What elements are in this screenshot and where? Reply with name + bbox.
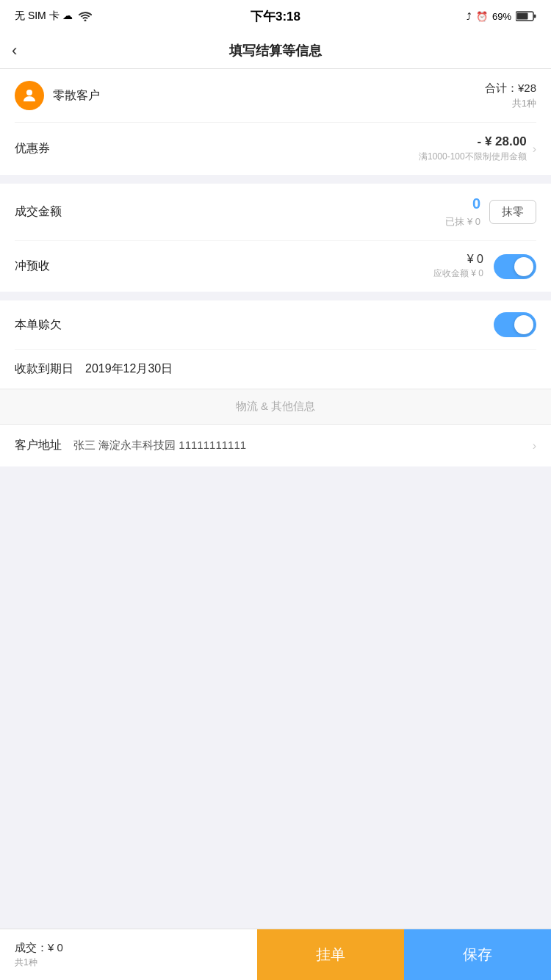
customer-total: 合计：¥28 共1种	[485, 82, 536, 110]
location-icon: ⤴	[467, 11, 472, 22]
spacer	[0, 466, 551, 613]
credit-toggle-knob	[514, 315, 533, 334]
customer-section: 零散客户 合计：¥28 共1种 优惠券 - ¥ 28.00 满1000-100不…	[0, 69, 551, 175]
toggle-knob	[514, 257, 533, 276]
svg-rect-1	[517, 13, 528, 20]
duedate-value: 2019年12月30日	[85, 361, 173, 377]
coupon-desc: 满1000-100不限制使用金额	[419, 151, 527, 163]
pre-amount: ¥ 0	[433, 253, 483, 266]
bottom-bar: 成交：¥ 0 共1种 挂单 保存	[0, 929, 551, 980]
credit-label: 本单赊欠	[15, 317, 62, 333]
alarm-icon: ⏰	[476, 11, 488, 22]
section-divider-1	[0, 175, 551, 184]
bottom-count: 共1种	[15, 956, 242, 969]
bottom-info: 成交：¥ 0 共1种	[0, 941, 257, 969]
customer-row: 零散客户 合计：¥28 共1种	[15, 69, 536, 123]
deal-row: 成交金额 0 已抹 ¥ 0 抹零	[15, 184, 536, 241]
deal-section: 成交金额 0 已抹 ¥ 0 抹零 冲预收 ¥ 0 应收金额 ¥ 0	[0, 184, 551, 292]
customer-name: 零散客户	[53, 88, 100, 104]
deal-right-block: 0 已抹 ¥ 0	[445, 195, 480, 228]
battery-icon	[516, 11, 536, 21]
status-right: ⤴ ⏰ 69%	[467, 11, 536, 22]
ya-mo-label: 已抹 ¥ 0	[445, 215, 480, 228]
credit-toggle[interactable]	[494, 312, 536, 337]
deal-label: 成交金额	[15, 204, 73, 220]
avatar	[15, 81, 44, 110]
credit-section: 本单赊欠 收款到期日 2019年12月30日	[0, 300, 551, 389]
deal-value-block: 0 已抹 ¥ 0 抹零	[445, 195, 536, 228]
pre-receive-right: ¥ 0 应收金额 ¥ 0	[433, 253, 536, 280]
bottom-deal-amount: 成交：¥ 0	[15, 941, 242, 955]
logistics-label: 物流 & 其他信息	[236, 400, 315, 414]
svg-point-3	[26, 90, 32, 96]
status-bar: 无 SIM 卡 ☁ 下午3:18 ⤴ ⏰ 69%	[0, 0, 551, 32]
sim-label: 无 SIM 卡 ☁	[15, 10, 73, 23]
hang-button[interactable]: 挂单	[257, 929, 404, 981]
pre-receive-label: 冲预收	[15, 259, 50, 274]
pre-receive-row: 冲预收 ¥ 0 应收金额 ¥ 0	[15, 241, 536, 292]
pre-sub-label: 应收金额 ¥ 0	[433, 267, 483, 280]
bottom-deal-label: 成交：	[15, 941, 48, 954]
status-left: 无 SIM 卡 ☁	[15, 10, 92, 23]
battery-percent: 69%	[492, 11, 511, 22]
page-title: 填写结算等信息	[229, 42, 322, 60]
nav-bar: ‹ 填写结算等信息	[0, 32, 551, 69]
deal-amount: 0	[472, 195, 480, 212]
svg-rect-2	[534, 15, 536, 18]
total-count: 共1种	[485, 97, 536, 110]
coupon-label: 优惠券	[15, 141, 50, 156]
credit-row: 本单赊欠	[15, 300, 536, 349]
address-value: 张三 海淀永丰科技园 11111111111	[73, 439, 525, 453]
customer-left: 零散客户	[15, 81, 100, 110]
back-button[interactable]: ‹	[12, 41, 17, 60]
hang-button-label: 挂单	[316, 945, 345, 965]
pre-receive-toggle[interactable]	[494, 254, 536, 279]
address-chevron-icon: ›	[533, 439, 536, 453]
section-divider-2	[0, 292, 551, 300]
coupon-chevron-icon: ›	[533, 143, 536, 156]
save-button[interactable]: 保存	[404, 929, 551, 981]
duedate-label: 收款到期日	[15, 361, 73, 377]
coupon-amount: - ¥ 28.00	[419, 134, 527, 149]
logistics-divider: 物流 & 其他信息	[0, 389, 551, 425]
bottom-deal-value: ¥ 0	[48, 941, 63, 954]
coupon-right: - ¥ 28.00 满1000-100不限制使用金额 ›	[419, 134, 536, 163]
pre-amount-block: ¥ 0 应收金额 ¥ 0	[433, 253, 483, 280]
coupon-row[interactable]: 优惠券 - ¥ 28.00 满1000-100不限制使用金额 ›	[15, 123, 536, 175]
wifi-icon	[79, 11, 92, 21]
duedate-row: 收款到期日 2019年12月30日	[15, 349, 536, 389]
total-amount: 合计：¥28	[485, 82, 536, 96]
address-row[interactable]: 客户地址 张三 海淀永丰科技园 11111111111 ›	[0, 425, 551, 466]
save-button-label: 保存	[463, 945, 492, 965]
coupon-value-block: - ¥ 28.00 满1000-100不限制使用金额	[419, 134, 527, 163]
status-time: 下午3:18	[251, 8, 300, 25]
address-label: 客户地址	[15, 438, 66, 453]
round-button[interactable]: 抹零	[489, 200, 536, 224]
